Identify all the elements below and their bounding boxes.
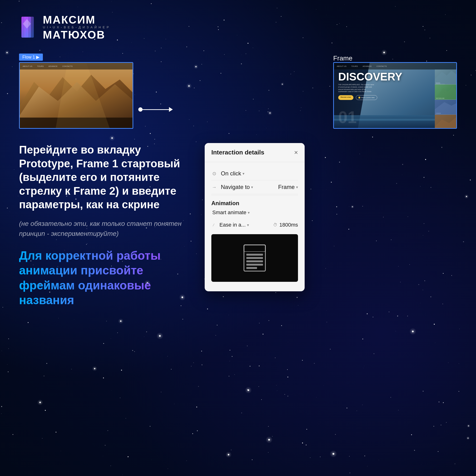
frame1-box: ABOUT US TOURS ADVANCE CONTACTS [19, 62, 133, 129]
panel-title: Interaction details [211, 149, 264, 156]
thumb-extra [435, 115, 456, 129]
svg-rect-23 [244, 245, 265, 252]
ease-chevron: ▾ [247, 223, 249, 227]
smart-animate-label: Smart animate [212, 209, 246, 216]
bottom-section: Перейдите во вкладку Prototype, Frame 1 … [19, 143, 457, 308]
time-input[interactable]: ⏱ 1800ms [273, 222, 298, 228]
clock-icon: ⏱ [273, 222, 277, 227]
ease-time-row: ⟋ Ease in a... ▾ ⏱ 1800ms [211, 220, 298, 232]
on-click-dropdown[interactable]: On click ▾ [221, 170, 244, 177]
frame1-nav: ABOUT US TOURS ADVANCE CONTACTS [20, 63, 133, 69]
smart-animate-row: Smart animate ▾ [211, 208, 298, 220]
arrow-line [140, 109, 169, 110]
nav2-item3: ADVANCE [363, 65, 372, 67]
discover-btn[interactable]: Discover a tour [338, 95, 354, 100]
side-thumbnails: RUSSIA Uneflnguistet Crimea SWITZERLAND … [435, 69, 456, 129]
smart-animate-chevron: ▾ [248, 210, 250, 215]
frames-section: Frame Flow 1 ▶ [19, 54, 457, 129]
thumb-canada: CANADA [435, 100, 456, 115]
frame1-tag[interactable]: Flow 1 ▶ [19, 53, 43, 61]
svg-marker-16 [435, 86, 456, 100]
nav2-item4: CONTACTS [376, 65, 387, 67]
on-click-row: ⊙ On click ▾ [211, 167, 298, 180]
navigate-to-row: → Navigate to ▾ Frame ▾ [211, 180, 298, 194]
navigate-to-label: Navigate to [221, 184, 250, 190]
frame-dropdown[interactable]: Frame ▾ [278, 184, 298, 190]
animation-preview [211, 234, 298, 282]
ease-dropdown[interactable]: Ease in a... ▾ [220, 222, 249, 228]
frame2-box: ABOUT US TOURS ADVANCE CONTACTS DISCOVER… [333, 62, 457, 129]
logo-line2: МАТЮХОВ [43, 29, 111, 40]
svg-rect-27 [246, 264, 263, 266]
frame1-area: Frame Flow 1 ▶ [19, 54, 133, 129]
frame-dropdown-label: Frame [278, 184, 295, 190]
logo-text-block: МАКСИМ UI•UX-ВЕБ-ДИЗАЙНЕР МАТЮХОВ [43, 14, 111, 40]
svg-rect-2 [27, 17, 34, 38]
main-instruction-text: Перейдите во вкладку Prototype, Frame 1 … [19, 143, 186, 212]
arrow-dot [138, 107, 143, 112]
discovery-title: DISCOVERY [338, 71, 402, 82]
thumb-switzerland: SWITZERLAND [435, 85, 456, 100]
logo-icon [19, 16, 38, 39]
nav-item3: ADVANCE [49, 65, 58, 67]
navigate-to-dropdown[interactable]: Navigate to ▾ [221, 184, 253, 190]
frame2-area: Frame [333, 54, 457, 129]
time-value: 1800ms [279, 222, 298, 228]
nav-item1: ABOUT US [23, 65, 32, 67]
svg-rect-24 [246, 254, 263, 255]
ease-curve-icon: ⟋ [211, 222, 216, 228]
svg-rect-28 [246, 267, 257, 269]
main-content: МАКСИМ UI•UX-ВЕБ-ДИЗАЙНЕР МАТЮХОВ Frame … [0, 0, 476, 476]
preview-icon [243, 244, 267, 272]
frame-dropdown-chevron: ▾ [296, 185, 298, 189]
discovery-number: 01 [338, 109, 357, 126]
text-area: Перейдите во вкладку Prototype, Frame 1 … [19, 143, 186, 308]
nav2-item1: ABOUT US [337, 65, 346, 67]
frame2-label: Frame [333, 54, 457, 62]
logo-area: МАКСИМ UI•UX-ВЕБ-ДИЗАЙНЕР МАТЮХОВ [19, 14, 457, 40]
promo-btn[interactable]: Watch a promo video [356, 95, 377, 100]
ease-label: Ease in a... [220, 222, 246, 228]
logo-line1: МАКСИМ [43, 14, 111, 25]
svg-rect-25 [246, 257, 263, 259]
interaction-panel: Interaction details × ⊙ On click ▾ → [205, 143, 305, 291]
animation-section-label: Animation [211, 196, 298, 208]
svg-marker-14 [435, 71, 456, 85]
panel-header: Interaction details × [205, 143, 305, 162]
nav-item4: CONTACTS [62, 65, 73, 67]
frame1-illustration [20, 63, 133, 129]
sub-instruction-text: (не обязательно эти, как только станет п… [19, 219, 186, 239]
panel-divider [211, 195, 298, 195]
navigate-to-icon: → [211, 185, 217, 190]
frame1-wrapper: Flow 1 ▶ [19, 62, 133, 129]
arrow-head [169, 107, 173, 112]
discovery-btns: Discover a tour Watch a promo video [338, 95, 402, 100]
on-click-label: On click [221, 170, 241, 177]
discovery-subtitle: THE CHILEAN ARCHIPELAGO. The common name… [338, 84, 375, 93]
smart-animate-dropdown[interactable]: Smart animate ▾ [212, 209, 298, 216]
frame2-wrapper: ABOUT US TOURS ADVANCE CONTACTS DISCOVER… [333, 62, 457, 129]
panel-body: ⊙ On click ▾ → Navigate to ▾ Frame [205, 162, 305, 291]
nav2-item2: TOURS [351, 65, 358, 67]
frame2-nav: ABOUT US TOURS ADVANCE CONTACTS [334, 63, 456, 69]
panel-close-button[interactable]: × [294, 149, 298, 156]
discovery-overlay: DISCOVERY THE CHILEAN ARCHIPELAGO. The c… [338, 71, 402, 100]
svg-rect-26 [246, 260, 263, 262]
arrow-connector [133, 109, 176, 110]
navigate-to-chevron: ▾ [251, 185, 253, 189]
on-click-chevron: ▾ [242, 171, 244, 176]
thumb-russia: RUSSIA Uneflnguistet Crimea [435, 69, 456, 85]
highlight-instruction-text: Для корректной работы анимации присвойте… [19, 248, 186, 308]
nav-item2: TOURS [37, 65, 44, 67]
on-click-icon: ⊙ [211, 171, 217, 176]
